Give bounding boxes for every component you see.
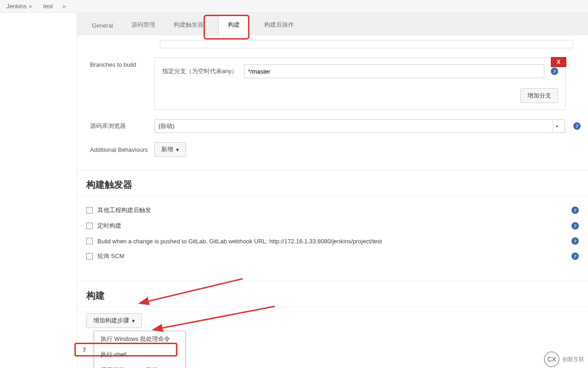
footer-logo: CX 创新互联 [544, 351, 584, 367]
truncated-marker: 7 [83, 346, 86, 353]
config-tabs: General 源码管理 构建触发器 构建 构建后操作 [77, 13, 588, 35]
trigger-label: 轮询 SCM [97, 252, 124, 260]
trigger-item[interactable]: 轮询 SCM ? [86, 248, 579, 264]
footer-logo-text: 创新互联 [562, 356, 584, 363]
breadcrumb-project[interactable]: test [43, 3, 53, 10]
additional-behaviours-label: Additional Behaviours [90, 146, 154, 153]
branch-specifier-label: 指定分支（为空时代表any） [162, 67, 237, 75]
branch-specifier-input[interactable] [244, 64, 544, 78]
add-build-step-button[interactable]: 增加构建步骤 ▾ [86, 313, 142, 328]
trigger-list: 其他工程构建后触发 ? 定时构建 ? Build when a change i… [77, 201, 588, 272]
chevron-right-icon: ▶ [29, 4, 33, 9]
checkbox[interactable] [86, 253, 93, 259]
trigger-item[interactable]: 其他工程构建后触发 ? [86, 202, 579, 218]
add-behaviour-button[interactable]: 新增▾ [154, 142, 186, 157]
repo-browser-value: (自动) [158, 122, 175, 130]
trigger-item[interactable]: 定时构建 ? [86, 218, 579, 234]
caret-down-icon: ▾ [132, 317, 135, 324]
help-icon[interactable]: ? [571, 207, 579, 214]
menu-item-execute-shell[interactable]: 执行 shell [94, 347, 185, 362]
breadcrumb-root[interactable]: Jenkins [6, 3, 27, 10]
help-icon[interactable]: ? [551, 68, 558, 75]
caret-down-icon: ▾ [176, 146, 179, 153]
tab-general[interactable]: General [88, 16, 117, 34]
tab-triggers[interactable]: 构建触发器 [170, 14, 207, 34]
repo-browser-select[interactable]: (自动) ▾ [154, 119, 565, 133]
trigger-label: 定时构建 [97, 222, 121, 230]
checkbox[interactable] [86, 238, 93, 244]
menu-item-windows-batch[interactable]: 执行 Windows 批处理命令 [94, 331, 185, 347]
tab-build[interactable]: 构建 [218, 15, 249, 35]
chevron-down-icon: ▾ [553, 121, 561, 132]
section-title-build: 构建 [77, 281, 588, 306]
help-icon[interactable]: ? [571, 237, 579, 245]
delete-branch-button[interactable]: X [551, 57, 566, 67]
repo-browser-label: 源码库浏览器 [90, 122, 154, 130]
checkbox[interactable] [86, 223, 93, 229]
branches-to-build-label: Branches to build [90, 58, 154, 68]
add-branch-button[interactable]: 增加分支 [520, 88, 558, 103]
sidebar-placeholder [0, 13, 77, 368]
tab-post[interactable]: 构建后操作 [260, 14, 298, 34]
trigger-item[interactable]: Build when a change is pushed to GitLab.… [86, 234, 579, 248]
help-icon[interactable]: ? [571, 222, 579, 230]
trigger-label: Build when a change is pushed to GitLab.… [97, 238, 382, 245]
main-content: General 源码管理 构建触发器 构建 构建后操作 Branches to … [77, 13, 588, 368]
menu-item-maven-top[interactable]: 调用顶层 Maven 目标 [94, 362, 185, 368]
trigger-label: 其他工程构建后触发 [97, 206, 151, 214]
tab-scm[interactable]: 源码管理 [128, 14, 159, 34]
checkbox[interactable] [86, 207, 93, 213]
section-title-triggers: 构建触发器 [77, 170, 588, 196]
help-icon[interactable]: ? [571, 253, 579, 260]
logo-icon: CX [544, 351, 560, 367]
chevron-right-icon: ▶ [63, 4, 67, 9]
breadcrumb: Jenkins ▶ test ▶ [0, 0, 588, 13]
help-icon[interactable]: ? [573, 122, 581, 130]
build-step-dropdown: 执行 Windows 批处理命令 执行 shell 调用顶层 Maven 目标 [94, 331, 186, 368]
